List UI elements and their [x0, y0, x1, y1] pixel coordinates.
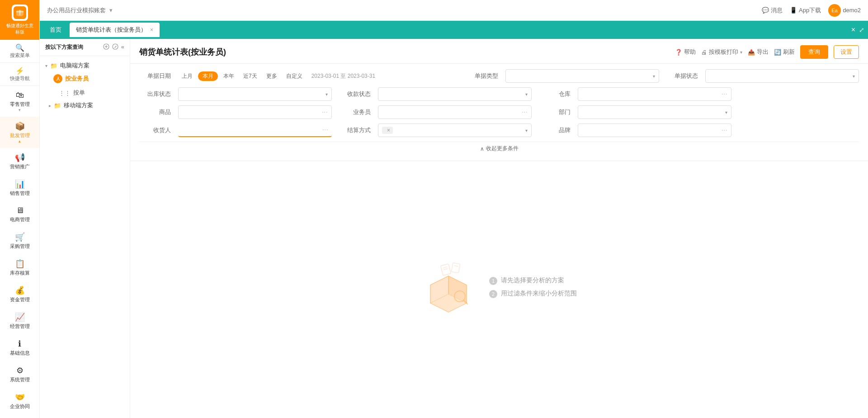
app-logo[interactable]: 畅捷通好生意标版 [0, 0, 39, 40]
help-btn[interactable]: ❓ 帮助 [675, 48, 696, 56]
collapse-panel-btn[interactable]: « [121, 43, 124, 51]
doc-status-label: 单据状态 [666, 72, 698, 80]
sidebar-item-purchase-label: 采购管理 [10, 243, 30, 250]
collapse-filter-btn[interactable]: ∧ 收起更多条件 [139, 142, 859, 155]
user-menu[interactable]: Ea demo2 [828, 4, 861, 17]
warehouse-dots-icon[interactable]: ··· [722, 90, 727, 98]
recipient-dots-icon[interactable]: ··· [322, 126, 328, 134]
scheme-list: ▾ 📁 电脑端方案 人 按业务员 ⋮⋮ 按单 ▸ 📁 移动端方案 [40, 56, 130, 115]
sidebar-item-retail[interactable]: 🛍 零售管理 ▾ [0, 86, 39, 117]
tab-sales-stats[interactable]: 销货单统计表（按业务员） × [70, 23, 160, 37]
sidebar-item-ecommerce-label: 电商管理 [10, 216, 30, 223]
warehouse-input[interactable]: ··· [578, 87, 731, 101]
brand-dots-icon[interactable]: ··· [722, 126, 727, 134]
sidebar-item-finance[interactable]: 💰 资金管理 [0, 281, 39, 308]
query-btn[interactable]: 查询 [800, 45, 828, 59]
user-avatar: Ea [828, 4, 841, 17]
sidebar-item-system[interactable]: ⚙ 系统管理 [0, 361, 39, 388]
payment-tag-close-icon[interactable]: × [387, 127, 390, 133]
sidebar-item-marketing-label: 营销推广 [10, 163, 30, 170]
left-panel: 按以下方案查询 « ▾ 📁 电脑端方案 [40, 39, 130, 418]
tab-close-btn[interactable]: × [150, 27, 153, 33]
inventory-icon: 📋 [15, 259, 25, 269]
step-2-text: 用过滤条件来缩小分析范围 [501, 290, 577, 298]
maximize-btn[interactable]: ⤢ [859, 26, 864, 33]
dept-select[interactable]: ▾ [578, 105, 731, 119]
sidebar-item-purchase[interactable]: 🛒 采购管理 [0, 228, 39, 254]
ship-status-select[interactable]: ▾ [178, 87, 332, 101]
export-icon: 📤 [748, 49, 755, 56]
minimize-btn[interactable]: × [851, 26, 855, 34]
sidebar-item-wholesale-label: 批发管理 [10, 132, 30, 139]
filter-row-1: 单据日期 上月 本月 本年 近7天 更多 自定义 2023-03-01 至 20… [139, 69, 859, 83]
recipient-input[interactable]: ··· [178, 124, 332, 137]
date-tab-7days[interactable]: 近7天 [240, 71, 261, 81]
help-label: 帮助 [684, 48, 696, 56]
sidebar-item-marketing[interactable]: 📢 营销推广 [0, 148, 39, 175]
date-tab-more[interactable]: 更多 [263, 71, 281, 81]
collect-status-select[interactable]: ▾ [378, 87, 532, 101]
doc-type-select[interactable]: ▾ [505, 69, 659, 83]
topbar-breadcrumb-area: 办公用品行业模拟账套 ▾ [47, 6, 113, 14]
sidebar-item-operation[interactable]: 📈 经营管理 [0, 308, 39, 334]
goods-input[interactable]: ··· [178, 105, 332, 119]
retail-icon: 🛍 [16, 90, 24, 100]
add-scheme-btn[interactable] [103, 43, 109, 51]
date-tab-this-year[interactable]: 本年 [220, 71, 238, 81]
scheme-by-salesperson[interactable]: 人 按业务员 [40, 71, 130, 86]
sales-icon: 📊 [15, 179, 25, 189]
left-panel-title: 按以下方案查询 [45, 43, 83, 51]
print-btn[interactable]: 🖨 按模板打印 ▾ [701, 48, 742, 56]
date-tab-custom[interactable]: 自定义 [283, 71, 306, 81]
refresh-btn[interactable]: 🔄 刷新 [774, 48, 795, 56]
quick-nav-item[interactable]: ⚡ 快捷导航 [0, 63, 39, 86]
sidebar-item-guide[interactable]: 🎓 新手引导 [0, 414, 39, 418]
search-menu-label: 搜索菜单 [10, 52, 30, 59]
doc-type-arrow-icon: ▾ [653, 74, 655, 79]
user-name: demo2 [843, 7, 861, 14]
recipient-label: 收货人 [139, 126, 171, 134]
date-tab-last-month[interactable]: 上月 [178, 71, 196, 81]
brand-input[interactable]: ··· [578, 124, 731, 137]
message-btn[interactable]: 💬 消息 [762, 6, 783, 14]
doc-status-select[interactable]: ▾ [705, 69, 859, 83]
date-tab-this-month[interactable]: 本月 [198, 71, 218, 81]
app-download-btn[interactable]: 📱 App下载 [790, 6, 821, 14]
sidebar-item-basic[interactable]: ℹ 基础信息 [0, 334, 39, 361]
salesperson-dots-icon[interactable]: ··· [522, 108, 528, 116]
sidebar-item-sales[interactable]: 📊 销售管理 [0, 175, 39, 201]
order-scheme-icon: ⋮⋮ [59, 90, 71, 96]
breadcrumb-dropdown-icon[interactable]: ▾ [109, 7, 113, 14]
sidebar-item-collab[interactable]: 🤝 企业协同 [0, 388, 39, 414]
filter-row-3: 商品 ··· 业务员 ··· 部门 ▾ [139, 105, 859, 119]
salesperson-input[interactable]: ··· [378, 105, 532, 119]
filter-row-2: 出库状态 ▾ 收款状态 ▾ 仓库 ··· [139, 87, 859, 101]
collapse-arrow-icon: ∧ [480, 146, 484, 152]
setting-btn[interactable]: 设置 [834, 45, 859, 59]
content-area: 按以下方案查询 « ▾ 📁 电脑端方案 [40, 39, 868, 418]
goods-dots-icon[interactable]: ··· [322, 108, 328, 116]
tabbar: 首页 销货单统计表（按业务员） × × ⤢ [40, 21, 868, 39]
pc-scheme-label: 电脑端方案 [60, 62, 90, 70]
export-btn[interactable]: 📤 导出 [748, 48, 769, 56]
sidebar-item-operation-label: 经营管理 [10, 323, 30, 330]
sidebar-item-ecommerce[interactable]: 🖥 电商管理 [0, 201, 39, 228]
payment-tag[interactable]: × [382, 127, 393, 134]
refresh-icon: 🔄 [774, 49, 781, 56]
collect-status-arrow-icon: ▾ [525, 92, 528, 97]
pc-scheme-group[interactable]: ▾ 📁 电脑端方案 [40, 60, 130, 71]
collect-status-label: 收款状态 [339, 90, 371, 98]
scheme-by-order[interactable]: ⋮⋮ 按单 [40, 86, 130, 100]
edit-scheme-btn[interactable] [112, 43, 118, 51]
salesperson-scheme-icon: 人 [53, 74, 62, 83]
tab-home[interactable]: 首页 [43, 23, 68, 37]
ship-status-label: 出库状态 [139, 90, 171, 98]
basic-icon: ℹ [18, 339, 21, 349]
date-tabs: 上月 本月 本年 近7天 更多 自定义 2023-03-01 至 2023-03… [178, 71, 375, 81]
message-label: 消息 [771, 6, 783, 14]
sidebar-item-wholesale[interactable]: 📦 批发管理 ▴ [0, 117, 39, 148]
mobile-scheme-group[interactable]: ▸ 📁 移动端方案 [40, 100, 130, 111]
payment-select[interactable]: × ▾ [378, 124, 532, 137]
search-menu-item[interactable]: 🔍 搜索菜单 [0, 40, 39, 63]
sidebar-item-inventory[interactable]: 📋 库存核算 [0, 254, 39, 281]
